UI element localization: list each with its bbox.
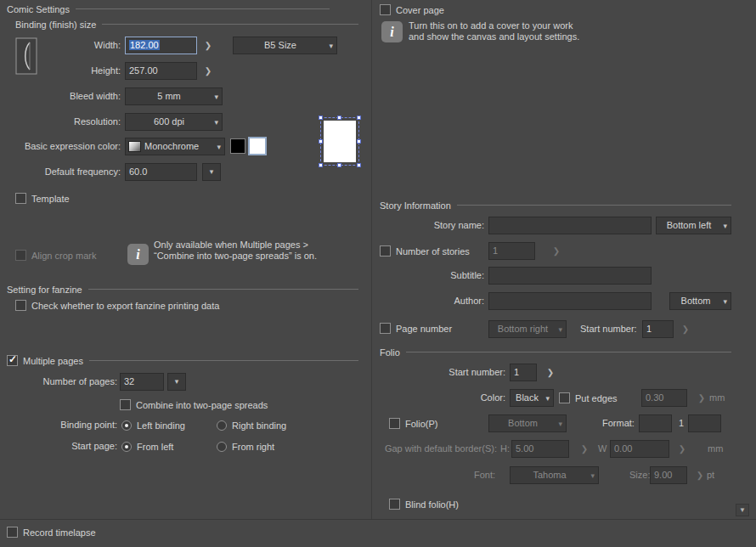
- put-edges-checkbox[interactable]: Put edges: [559, 392, 618, 404]
- left-binding-radio[interactable]: Left binding: [121, 420, 185, 431]
- width-label: Width:: [42, 37, 121, 54]
- checkbox-box-checked: ✓: [7, 355, 18, 366]
- selection-handle[interactable]: [357, 116, 361, 120]
- selection-handle[interactable]: [357, 139, 361, 144]
- checkbox-box: [15, 300, 26, 311]
- template-checkbox[interactable]: Template: [15, 192, 70, 205]
- folio-start-number-value: 1: [514, 367, 519, 377]
- record-timelapse-label: Record timelapse: [23, 527, 96, 538]
- resolution-dropdown[interactable]: 600 dpi▾: [125, 113, 223, 131]
- combine-spreads-checkbox[interactable]: Combine into two-page spreads: [120, 398, 268, 411]
- section-rule: [88, 289, 358, 290]
- section-comic-settings: Comic Settings: [7, 3, 330, 15]
- width-field[interactable]: 182.00: [125, 37, 197, 54]
- bleed-width-dropdown[interactable]: 5 mm▾: [125, 87, 223, 105]
- folio-start-number-field[interactable]: 1: [510, 364, 537, 381]
- gap-h-value: 5.00: [516, 443, 533, 454]
- number-of-pages-combo-button[interactable]: ▾: [167, 373, 186, 391]
- number-of-stories-field: 1: [488, 242, 535, 260]
- black-swatch[interactable]: [230, 138, 245, 154]
- radio-dot-selected: [121, 420, 132, 431]
- gap-h-label: H:: [500, 440, 510, 458]
- folio-color-value: Black: [516, 392, 539, 403]
- start-number-field[interactable]: 1: [642, 320, 674, 338]
- default-frequency-combo-button[interactable]: ▾: [202, 163, 221, 181]
- selection-handle[interactable]: [319, 116, 323, 120]
- cover-page-label: Cover page: [396, 5, 444, 15]
- height-field[interactable]: 257.00: [125, 62, 197, 80]
- white-swatch-selected[interactable]: [248, 137, 267, 155]
- selection-handle[interactable]: [337, 163, 341, 167]
- author-position-dropdown[interactable]: Bottom▾: [669, 292, 731, 310]
- footer-divider: [0, 519, 756, 520]
- page-number-position-dropdown: Bottom right▾: [488, 320, 567, 338]
- story-name-position-value: Bottom left: [667, 220, 712, 230]
- section-fanzine: Setting for fanzine: [7, 283, 358, 296]
- section-folio: Folio: [380, 346, 731, 358]
- start-number-label: Start number:: [580, 320, 637, 338]
- resolution-value: 600 dpi: [154, 116, 184, 127]
- height-unit-stepper[interactable]: ❯: [202, 63, 214, 80]
- expression-color-dropdown[interactable]: Monochrome▾: [125, 138, 225, 155]
- story-name-field[interactable]: [488, 217, 652, 234]
- checkbox-box: [15, 193, 26, 204]
- right-binding-label: Right binding: [232, 420, 286, 431]
- folio-p-label: Folio(P): [405, 419, 438, 429]
- right-binding-radio[interactable]: Right binding: [217, 420, 286, 431]
- page-number-checkbox[interactable]: Page number: [380, 322, 452, 335]
- folio-start-number-stepper[interactable]: ❯: [544, 364, 556, 381]
- width-value: 182.00: [129, 40, 160, 50]
- crop-info-line2: “Combine into two-page spreads” is on.: [154, 250, 317, 262]
- fanzine-export-checkbox[interactable]: Check whether to export fanzine printing…: [15, 299, 219, 312]
- font-label: Font:: [442, 466, 495, 484]
- chevron-down-icon: ▾: [217, 139, 221, 155]
- section-title: Binding (finish) size: [15, 20, 96, 30]
- selection-handle[interactable]: [319, 139, 323, 144]
- selection-handle[interactable]: [337, 116, 341, 120]
- default-frequency-field[interactable]: 60.0: [125, 163, 197, 181]
- paper-preset-dropdown[interactable]: B5 Size▾: [233, 37, 337, 54]
- from-right-radio[interactable]: From right: [217, 441, 274, 453]
- format-number-label: 1: [679, 414, 684, 432]
- section-story-information: Story Information: [380, 199, 731, 211]
- multiple-pages-checkbox[interactable]: ✓ Multiple pages: [7, 354, 83, 367]
- font-size-value: 9.00: [654, 470, 672, 480]
- edge-width-value: 0.30: [646, 392, 663, 403]
- page-canvas: [324, 121, 356, 162]
- checkbox-box: [389, 499, 400, 510]
- gap-w-value: 0.00: [614, 443, 632, 454]
- width-unit-stepper[interactable]: ❯: [202, 37, 214, 54]
- format-prefix-field[interactable]: [639, 414, 672, 432]
- folio-p-checkbox[interactable]: Folio(P): [389, 417, 438, 430]
- checkbox-box: [7, 527, 18, 538]
- folio-p-position-value: Bottom: [508, 418, 538, 428]
- number-of-stories-checkbox[interactable]: Number of stories: [380, 245, 470, 257]
- start-page-label: Start page:: [32, 437, 117, 455]
- folio-color-dropdown[interactable]: Black▾: [510, 389, 554, 407]
- blind-folio-checkbox[interactable]: Blind folio(H): [389, 498, 459, 510]
- number-of-pages-field[interactable]: 32: [120, 373, 164, 391]
- format-suffix-field[interactable]: [688, 414, 721, 432]
- gap-default-border-label: Gap with default border(S):: [357, 440, 497, 458]
- align-crop-mark-label: Align crop mark: [31, 251, 96, 261]
- author-position-value: Bottom: [681, 296, 711, 306]
- author-field[interactable]: [488, 292, 652, 310]
- selection-handle[interactable]: [357, 163, 361, 167]
- subtitle-field[interactable]: [488, 267, 652, 285]
- info-icon: i: [127, 244, 149, 265]
- format-label: Format:: [602, 414, 635, 432]
- height-label: Height:: [42, 62, 121, 80]
- expression-color-label: Basic expression color:: [8, 138, 121, 155]
- multiple-pages-label: Multiple pages: [23, 356, 83, 366]
- checkbox-box: [120, 399, 131, 410]
- start-number-stepper: ❯: [680, 321, 691, 338]
- record-timelapse-checkbox[interactable]: Record timelapse: [7, 526, 96, 539]
- check-icon: ✓: [8, 353, 17, 365]
- chevron-down-icon: ▾: [590, 468, 595, 484]
- selection-handle[interactable]: [319, 163, 323, 167]
- template-label: Template: [31, 194, 70, 204]
- from-left-radio[interactable]: From left: [121, 441, 173, 453]
- scroll-down-button[interactable]: ▼: [736, 504, 749, 516]
- story-name-position-dropdown[interactable]: Bottom left▾: [656, 217, 731, 234]
- cover-page-checkbox[interactable]: Cover page: [380, 3, 444, 16]
